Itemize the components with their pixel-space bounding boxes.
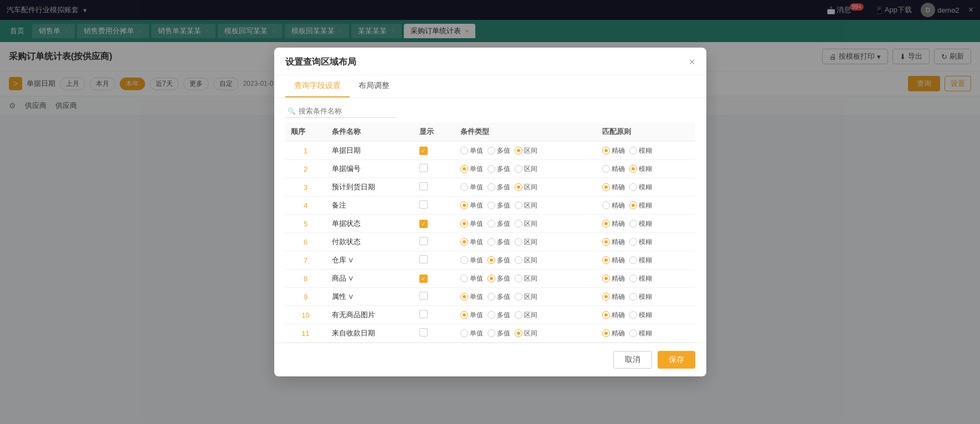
dialog-search-area (274, 98, 706, 118)
show-checkbox[interactable] (419, 255, 428, 263)
type-option-多值[interactable]: 多值 (488, 329, 510, 338)
match-option-精确[interactable]: 精确 (602, 164, 625, 174)
radio-dot (460, 329, 468, 337)
match-option-精确[interactable]: 精确 (602, 201, 625, 210)
type-option-多值[interactable]: 多值 (488, 311, 510, 320)
cell-order: 11 (285, 324, 326, 343)
cell-name: 付款状态 (326, 233, 414, 251)
type-option-单值[interactable]: 单值 (460, 201, 483, 210)
type-option-单值[interactable]: 单值 (460, 237, 483, 247)
tab-query-field-setting[interactable]: 查询字段设置 (285, 75, 350, 97)
match-option-模糊[interactable]: 模糊 (629, 311, 652, 320)
show-checkbox[interactable] (419, 310, 428, 318)
radio-label: 区间 (524, 292, 537, 302)
type-option-多值[interactable]: 多值 (488, 256, 510, 265)
show-checkbox[interactable] (419, 200, 428, 209)
type-option-多值[interactable]: 多值 (488, 183, 510, 192)
match-option-精确[interactable]: 精确 (602, 292, 625, 302)
radio-dot (460, 311, 468, 319)
show-checkbox[interactable] (419, 328, 428, 337)
radio-label: 模糊 (639, 219, 652, 229)
radio-dot (515, 165, 522, 173)
type-option-多值[interactable]: 多值 (488, 292, 510, 302)
save-button[interactable]: 保存 (658, 351, 695, 369)
type-option-区间[interactable]: 区间 (515, 329, 537, 338)
type-option-单值[interactable]: 单值 (460, 274, 483, 283)
radio-dot (460, 256, 468, 264)
search-input[interactable] (285, 105, 396, 118)
dialog-header: 设置查询区域布局 × (274, 48, 706, 75)
table-row: 11来自收款日期单值多值区间精确模糊 (285, 324, 695, 343)
match-option-模糊[interactable]: 模糊 (629, 146, 652, 156)
show-checkbox[interactable] (419, 164, 428, 172)
type-option-单值[interactable]: 单值 (460, 329, 483, 338)
match-option-模糊[interactable]: 模糊 (629, 292, 652, 302)
match-option-精确[interactable]: 精确 (602, 311, 625, 320)
radio-label: 单值 (470, 311, 483, 320)
type-option-单值[interactable]: 单值 (460, 183, 483, 192)
cancel-button[interactable]: 取消 (613, 351, 652, 369)
match-option-精确[interactable]: 精确 (602, 146, 625, 156)
match-option-精确[interactable]: 精确 (602, 256, 625, 265)
radio-dot (602, 275, 610, 282)
radio-label: 多值 (497, 201, 510, 210)
type-option-多值[interactable]: 多值 (488, 219, 510, 229)
type-option-区间[interactable]: 区间 (515, 164, 537, 174)
type-option-区间[interactable]: 区间 (515, 219, 537, 229)
match-option-模糊[interactable]: 模糊 (629, 183, 652, 192)
type-option-多值[interactable]: 多值 (488, 201, 510, 210)
match-option-精确[interactable]: 精确 (602, 274, 625, 283)
type-option-多值[interactable]: 多值 (488, 164, 510, 174)
type-option-区间[interactable]: 区间 (515, 183, 537, 192)
match-option-模糊[interactable]: 模糊 (629, 164, 652, 174)
cell-show (414, 306, 455, 324)
dialog-close-button[interactable]: × (689, 56, 695, 68)
type-option-区间[interactable]: 区间 (515, 292, 537, 302)
match-option-精确[interactable]: 精确 (602, 329, 625, 338)
match-option-模糊[interactable]: 模糊 (629, 256, 652, 265)
radio-dot (515, 220, 522, 227)
type-option-区间[interactable]: 区间 (515, 274, 537, 283)
radio-label: 精确 (612, 311, 625, 320)
show-checkbox[interactable] (419, 237, 428, 245)
show-checkbox[interactable] (419, 182, 428, 190)
type-option-多值[interactable]: 多值 (488, 237, 510, 247)
match-option-精确[interactable]: 精确 (602, 237, 625, 247)
match-option-模糊[interactable]: 模糊 (629, 219, 652, 229)
match-option-模糊[interactable]: 模糊 (629, 274, 652, 283)
match-option-模糊[interactable]: 模糊 (629, 201, 652, 210)
type-option-单值[interactable]: 单值 (460, 311, 483, 320)
cell-type: 单值多值区间 (455, 160, 597, 178)
type-option-单值[interactable]: 单值 (460, 164, 483, 174)
radio-label: 单值 (470, 237, 483, 247)
show-checkbox[interactable] (419, 147, 428, 155)
match-option-模糊[interactable]: 模糊 (629, 237, 652, 247)
radio-label: 模糊 (639, 183, 652, 192)
cell-match: 精确模糊 (597, 233, 695, 251)
type-option-区间[interactable]: 区间 (515, 311, 537, 320)
show-checkbox[interactable] (419, 220, 428, 228)
type-option-区间[interactable]: 区间 (515, 201, 537, 210)
show-checkbox[interactable] (419, 292, 428, 300)
type-option-多值[interactable]: 多值 (488, 146, 510, 156)
table-row: 9属性 ∨单值多值区间精确模糊 (285, 288, 695, 306)
radio-dot (488, 147, 495, 154)
type-option-区间[interactable]: 区间 (515, 237, 537, 247)
match-option-模糊[interactable]: 模糊 (629, 329, 652, 338)
type-option-单值[interactable]: 单值 (460, 146, 483, 156)
type-option-区间[interactable]: 区间 (515, 256, 537, 265)
type-option-单值[interactable]: 单值 (460, 219, 483, 229)
type-option-单值[interactable]: 单值 (460, 292, 483, 302)
show-checkbox[interactable] (419, 275, 428, 283)
type-option-区间[interactable]: 区间 (515, 146, 537, 156)
type-option-单值[interactable]: 单值 (460, 256, 483, 265)
radio-dot (629, 256, 637, 264)
cell-type: 单值多值区间 (455, 270, 597, 288)
cell-name: 有无商品图片 (326, 306, 414, 324)
match-option-精确[interactable]: 精确 (602, 183, 625, 192)
type-option-多值[interactable]: 多值 (488, 274, 510, 283)
dialog-title: 设置查询区域布局 (285, 56, 356, 68)
match-option-精确[interactable]: 精确 (602, 219, 625, 229)
tab-layout-adjust[interactable]: 布局调整 (350, 75, 398, 97)
radio-label: 精确 (612, 274, 625, 283)
